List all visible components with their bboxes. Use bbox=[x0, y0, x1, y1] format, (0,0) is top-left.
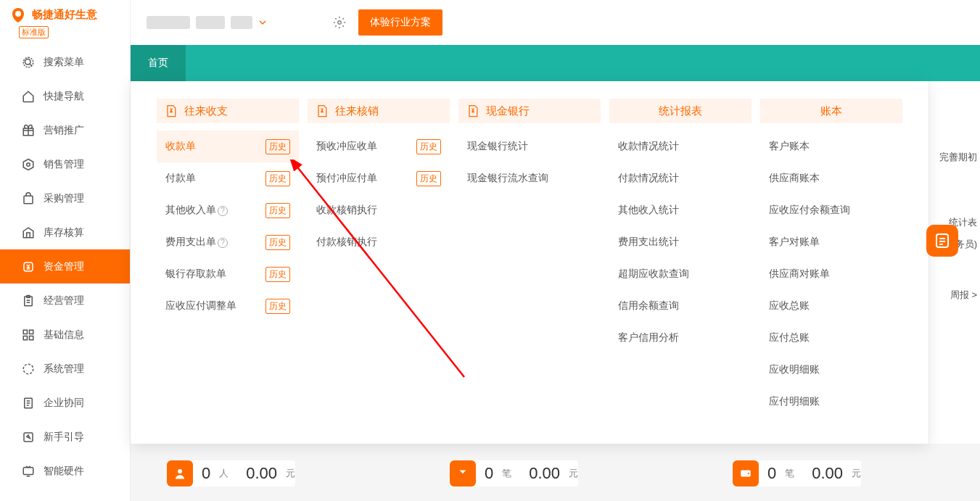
svg-rect-8 bbox=[30, 330, 33, 334]
sidebar-item-7[interactable]: 经营管理 bbox=[0, 283, 130, 318]
menu-item[interactable]: 预付冲应付单历史 bbox=[308, 162, 450, 194]
menu-item-label: 预付冲应付单 bbox=[316, 172, 377, 185]
menu-item[interactable]: 信用余额查询 bbox=[609, 290, 752, 322]
menu-item-label: 信用余额查询 bbox=[618, 299, 679, 312]
sidebar-item-6[interactable]: 资金管理 bbox=[0, 249, 130, 283]
menu-item[interactable]: 付款单历史 bbox=[157, 162, 299, 194]
menu-item[interactable]: 应收应付余额查询 bbox=[760, 194, 902, 226]
svg-rect-9 bbox=[23, 336, 27, 339]
app-logo-icon bbox=[9, 6, 28, 25]
settings-button[interactable] bbox=[331, 14, 348, 31]
sidebar-item-9[interactable]: 系统管理 bbox=[0, 352, 130, 386]
menu-item-label: 客户信用分析 bbox=[618, 331, 679, 344]
peek-text[interactable]: 周报 > bbox=[929, 284, 980, 306]
compass-icon bbox=[22, 431, 35, 444]
menu-item-label: 客户账本 bbox=[769, 140, 810, 153]
history-tag[interactable]: 历史 bbox=[265, 139, 290, 154]
sidebar-item-10[interactable]: 企业协同 bbox=[0, 386, 130, 420]
history-tag[interactable]: 历史 bbox=[265, 267, 290, 282]
help-icon[interactable]: ? bbox=[218, 206, 228, 216]
menu-item[interactable]: 应收明细账 bbox=[760, 354, 902, 386]
tab-home[interactable]: 首页 bbox=[131, 45, 186, 81]
svg-point-16 bbox=[178, 469, 182, 473]
sidebar-item-3[interactable]: 销售管理 bbox=[0, 147, 130, 181]
menu-item[interactable]: 供应商对账单 bbox=[760, 258, 902, 290]
menu-item[interactable]: 现金银行流水查询 bbox=[458, 162, 601, 194]
sidebar-item-label: 采购管理 bbox=[44, 192, 84, 205]
menu-item[interactable]: 应收应付调整单历史 bbox=[157, 290, 299, 322]
org-selector[interactable] bbox=[147, 12, 321, 33]
menu-item[interactable]: 预收冲应收单历史 bbox=[308, 131, 450, 162]
menu-item[interactable]: 收款核销执行 bbox=[308, 194, 450, 226]
sidebar-item-11[interactable]: 新手引导 bbox=[0, 420, 130, 454]
sidebar-item-2[interactable]: 营销推广 bbox=[0, 113, 130, 147]
stat-people-icon bbox=[167, 460, 193, 486]
sidebar-item-label: 智能硬件 bbox=[44, 465, 84, 478]
menu-item[interactable]: 费用支出统计 bbox=[609, 226, 752, 258]
stat-card: 0人 0.00元 bbox=[167, 460, 295, 486]
menu-item[interactable]: 收款情况统计 bbox=[609, 131, 752, 162]
menu-item[interactable]: 付款情况统计 bbox=[609, 162, 752, 194]
menu-item[interactable]: 超期应收款查询 bbox=[609, 258, 752, 290]
stat-card: 0笔 0.00元 bbox=[450, 460, 578, 486]
sidebar-item-label: 资金管理 bbox=[44, 260, 84, 273]
sidebar-item-1[interactable]: 快捷导航 bbox=[0, 79, 130, 113]
menu-item[interactable]: 供应商账本 bbox=[760, 162, 902, 194]
topbar: 体验行业方案 bbox=[131, 0, 980, 45]
sidebar-item-0[interactable]: 搜索菜单 bbox=[0, 45, 130, 79]
tab-bar: 首页 bbox=[131, 45, 980, 81]
history-tag[interactable]: 历史 bbox=[265, 299, 290, 314]
search-icon bbox=[22, 56, 35, 69]
stat-amount: 0.00 bbox=[246, 464, 277, 483]
menu-column-2: 现金银行现金银行统计现金银行流水查询 bbox=[454, 99, 605, 426]
menu-item[interactable]: 银行存取款单历史 bbox=[157, 258, 299, 290]
stat-money-icon bbox=[450, 460, 476, 486]
clipboard-icon bbox=[22, 294, 35, 307]
sidebar-item-12[interactable]: 智能硬件 bbox=[0, 454, 130, 488]
cta-button[interactable]: 体验行业方案 bbox=[358, 9, 442, 36]
svg-point-1 bbox=[25, 59, 31, 65]
sidebar-item-5[interactable]: 库存核算 bbox=[0, 215, 130, 249]
menu-item-label: 付款核销执行 bbox=[316, 236, 377, 249]
menu-item-label: 应付总账 bbox=[769, 331, 810, 344]
menu-column-header: 账本 bbox=[760, 99, 902, 123]
menu-item[interactable]: 现金银行统计 bbox=[458, 131, 601, 162]
menu-item[interactable]: 应付总账 bbox=[760, 322, 902, 354]
menu-column-title: 往来核销 bbox=[335, 104, 379, 118]
history-tag[interactable]: 历史 bbox=[265, 171, 290, 186]
loading-icon bbox=[22, 363, 35, 376]
menu-item-label: 其他收入统计 bbox=[618, 204, 679, 217]
menu-item[interactable]: 收款单历史 bbox=[157, 131, 299, 162]
menu-column-3: 统计报表收款情况统计付款情况统计其他收入统计费用支出统计超期应收款查询信用余额查… bbox=[605, 99, 756, 426]
menu-item[interactable]: 应付明细账 bbox=[760, 386, 902, 418]
svg-rect-10 bbox=[30, 336, 33, 339]
menu-item[interactable]: 客户信用分析 bbox=[609, 322, 752, 354]
sidebar-item-label: 快捷导航 bbox=[44, 90, 84, 103]
sidebar-item-8[interactable]: 基础信息 bbox=[0, 318, 130, 352]
history-tag[interactable]: 历史 bbox=[265, 203, 290, 218]
menu-item-label: 应收应付调整单 bbox=[165, 299, 236, 312]
menu-item[interactable]: 其他收入统计 bbox=[609, 194, 752, 226]
menu-item[interactable]: 客户账本 bbox=[760, 131, 902, 162]
stat-amount: 0.00 bbox=[812, 464, 843, 483]
menu-item[interactable]: 应收总账 bbox=[760, 290, 902, 322]
menu-item-label: 应收应付余额查询 bbox=[769, 204, 850, 217]
menu-item-label: 客户对账单 bbox=[769, 236, 820, 249]
menu-item[interactable]: 客户对账单 bbox=[760, 226, 902, 258]
sidebar-item-label: 新手引导 bbox=[44, 431, 84, 444]
tag-icon bbox=[22, 158, 35, 171]
stat-value: 0 bbox=[202, 464, 210, 483]
history-tag[interactable]: 历史 bbox=[265, 235, 290, 250]
floating-action-button[interactable] bbox=[926, 225, 958, 257]
history-tag[interactable]: 历史 bbox=[416, 171, 441, 186]
sidebar-item-4[interactable]: 采购管理 bbox=[0, 181, 130, 215]
menu-item[interactable]: 其他收入单?历史 bbox=[157, 194, 299, 226]
menu-item[interactable]: 费用支出单?历史 bbox=[157, 226, 299, 258]
menu-column-title: 账本 bbox=[820, 104, 842, 118]
logo-area: 畅捷通好生意 标准版 bbox=[0, 0, 130, 45]
menu-column-title: 往来收支 bbox=[184, 104, 228, 118]
history-tag[interactable]: 历史 bbox=[416, 139, 441, 154]
app-title: 畅捷通好生意 bbox=[32, 8, 97, 22]
menu-item[interactable]: 付款核销执行 bbox=[308, 226, 450, 258]
help-icon[interactable]: ? bbox=[218, 238, 228, 248]
